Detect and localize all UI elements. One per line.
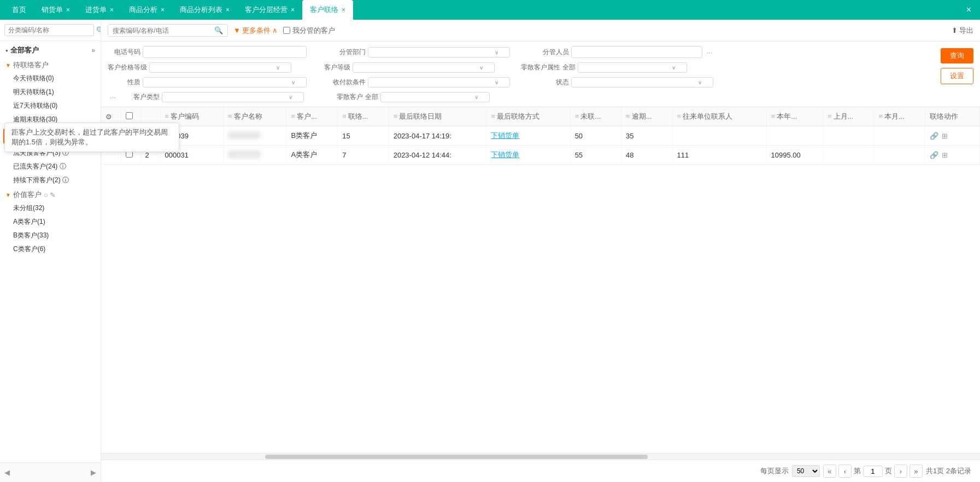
- prev-page-btn[interactable]: ‹: [838, 464, 852, 478]
- query-button[interactable]: 查询: [941, 48, 973, 63]
- nav-customer-segment[interactable]: 客户分层经营 ×: [237, 0, 302, 20]
- nav-product-analysis[interactable]: 商品分析 ×: [121, 0, 172, 20]
- nav-close-purchase[interactable]: ×: [110, 0, 114, 20]
- sidebar-search-icon[interactable]: 🔍: [96, 26, 101, 34]
- th-type[interactable]: ≡客户...: [286, 107, 338, 126]
- filter-customer-level: 客户等级 ∨: [318, 62, 495, 73]
- sidebar-group-pending-contact[interactable]: ▼ 待联络客户: [0, 57, 101, 72]
- sidebar-search-input[interactable]: [4, 24, 94, 36]
- filter-payment-select[interactable]: ∨: [368, 77, 510, 88]
- th-this-month[interactable]: ≡本月...: [874, 107, 925, 126]
- filter-retail-customer: 零散客户 全部 ∨: [330, 92, 490, 102]
- nav-close-sales[interactable]: ×: [66, 0, 70, 20]
- more-filter-btn[interactable]: ▼ 更多条件 ∧: [233, 26, 278, 36]
- nav-product-analysis-list[interactable]: 商品分析列表 ×: [172, 0, 237, 20]
- filter-customer-type: 客户类型 ∨: [127, 92, 304, 102]
- nav-close-customer-segment[interactable]: ×: [291, 0, 295, 20]
- sidebar-group-value-customer[interactable]: ▼ 价值客户 ○ ✎: [0, 187, 101, 201]
- nav-close-all[interactable]: ×: [962, 5, 976, 15]
- td-last-contact-method[interactable]: 下销货单: [486, 146, 570, 165]
- sidebar-item-today-pending[interactable]: 今天待联络(0): [0, 72, 101, 85]
- filter-person-input[interactable]: [571, 46, 702, 58]
- per-page-select[interactable]: 50 20 100: [792, 465, 820, 477]
- filter-customer-type-select[interactable]: ∨: [162, 92, 304, 102]
- page-input[interactable]: [863, 466, 883, 477]
- th-last-contact-method[interactable]: ≡最后联络方式: [486, 107, 570, 126]
- sidebar-item-a-class[interactable]: A类客户(1): [0, 215, 101, 229]
- td-type: B类客户: [286, 126, 338, 146]
- export-btn[interactable]: ⬆ 导出: [952, 26, 973, 36]
- action-link-icon[interactable]: 🔗: [930, 132, 938, 140]
- chevron-down-icon-8: ∨: [289, 94, 292, 100]
- search-input[interactable]: [113, 27, 214, 34]
- action-grid-icon[interactable]: ⊞: [942, 151, 948, 159]
- filter-customer-level-select[interactable]: ∨: [353, 62, 495, 73]
- my-customers-checkbox[interactable]: 我分管的客户: [283, 26, 335, 36]
- first-page-btn[interactable]: «: [823, 464, 836, 478]
- check-all[interactable]: [126, 112, 133, 119]
- nav-customer-contact[interactable]: 客户联络 ×: [302, 0, 353, 20]
- filter-payment: 收付款条件 ∨: [333, 77, 510, 88]
- bottom-scrollbar[interactable]: [101, 453, 980, 460]
- th-name[interactable]: ≡客户名称: [223, 107, 286, 126]
- td-uncontacted: 55: [570, 146, 621, 165]
- action-grid-icon[interactable]: ⊞: [942, 132, 948, 140]
- td-last-contact-method[interactable]: 下销货单: [486, 126, 570, 146]
- chevron-down-icon-5: ∨: [291, 79, 295, 85]
- edit-icon[interactable]: ○ ✎: [44, 191, 56, 199]
- sidebar-bottom-nav[interactable]: ◀ ▶: [0, 462, 101, 482]
- sidebar-item-7days-pending[interactable]: 近7天待联络(0): [0, 99, 101, 113]
- th-last-contact-date[interactable]: ≡最后联络日期: [389, 107, 486, 126]
- th-this-year[interactable]: ≡本年...: [766, 107, 823, 126]
- nav-close-customer-contact[interactable]: ×: [342, 0, 345, 20]
- nav-purchase-order[interactable]: 进货单 ×: [78, 0, 121, 20]
- filter-status: 状态 ∨: [536, 77, 713, 88]
- th-overdue[interactable]: ≡逾期...: [621, 107, 672, 126]
- th-uncontacted[interactable]: ≡未联...: [570, 107, 621, 126]
- filter-retail-attr-select[interactable]: ∨: [578, 62, 687, 73]
- filter-nature-select[interactable]: ∨: [143, 77, 307, 88]
- th-contacts[interactable]: ≡联络...: [338, 107, 389, 126]
- td-action: 🔗 ⊞: [925, 146, 979, 165]
- more-dots-icon[interactable]: ···: [110, 93, 116, 101]
- filter-dept-select[interactable]: ∨: [368, 47, 510, 57]
- action-link-icon[interactable]: 🔗: [930, 151, 938, 159]
- tooltip-box: 距客户上次交易时长，超过了此客户的平均交易周期的1.5倍，则视为异常。: [4, 123, 101, 152]
- my-customers-check[interactable]: [283, 27, 290, 34]
- td-this-year: 10995.00: [766, 146, 823, 165]
- toolbar-search-icon[interactable]: 🔍: [214, 26, 223, 34]
- settings-button[interactable]: 设置: [941, 68, 973, 84]
- sidebar-fold-btn[interactable]: »: [91, 47, 95, 54]
- sidebar-item-c-class[interactable]: C类客户(6): [0, 242, 101, 256]
- next-page-btn[interactable]: ›: [894, 464, 907, 478]
- table-header-row: ⚙ ≡客户编码 ≡客户名称 ≡客户... ≡联络... ≡最后联络日期 ≡最后联…: [101, 107, 980, 126]
- nav-close-product-analysis[interactable]: ×: [161, 0, 165, 20]
- sidebar-search-area: 🔍: [0, 20, 101, 41]
- sidebar-item-b-class[interactable]: B类客户(33): [0, 229, 101, 242]
- filter-row-2: 客户价格等级 ∨ 客户等级 ∨: [108, 62, 936, 73]
- page-nav: « ‹ 第 页 › »: [823, 464, 923, 478]
- filter-phone-input[interactable]: [143, 46, 307, 58]
- nav-sales-order[interactable]: 销货单 ×: [34, 0, 78, 20]
- td-name: [223, 126, 286, 146]
- sidebar-item-ungrouped[interactable]: 未分组(32): [0, 201, 101, 215]
- th-contacts2[interactable]: ≡往来单位联系人: [672, 107, 766, 126]
- sidebar-item-declining[interactable]: 持续下滑客户(2) ⓘ: [0, 173, 101, 187]
- sidebar-item-lost[interactable]: 已流失客户(24) ⓘ: [0, 160, 101, 173]
- top-navigation: 首页 销货单 × 进货单 × 商品分析 × 商品分析列表 × 客户分层经营 × …: [0, 0, 980, 20]
- filter-dots-icon[interactable]: ···: [707, 48, 713, 56]
- filter-price-level-select[interactable]: ∨: [149, 62, 291, 73]
- filter-retail-customer-select[interactable]: ∨: [380, 92, 490, 102]
- arrow-icon-2: ▼: [5, 192, 11, 198]
- table-wrapper: ⚙ ≡客户编码 ≡客户名称 ≡客户... ≡联络... ≡最后联络日期 ≡最后联…: [101, 107, 980, 453]
- last-page-btn[interactable]: »: [909, 464, 923, 478]
- filter-dept: 分管部门 ∨: [333, 47, 510, 57]
- nav-close-product-analysis-list[interactable]: ×: [226, 0, 230, 20]
- th-last-month[interactable]: ≡上月...: [823, 107, 873, 126]
- th-action: 联络动作: [925, 107, 979, 126]
- nav-home[interactable]: 首页: [4, 0, 34, 20]
- td-type: A类客户: [286, 146, 338, 165]
- sidebar-item-tomorrow-pending[interactable]: 明天待联络(1): [0, 85, 101, 99]
- chevron-down-icon-4: ∨: [672, 65, 676, 71]
- filter-status-select[interactable]: ∨: [571, 77, 713, 88]
